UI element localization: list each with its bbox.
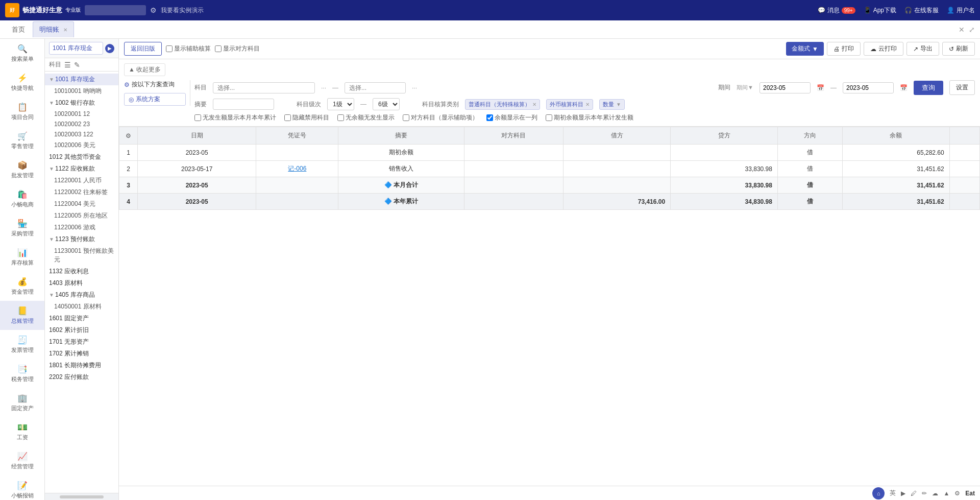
sidebar-item-tax[interactable]: 📑 税务管理 — [0, 359, 44, 388]
status-lang-btn[interactable]: 英 — [890, 489, 896, 497]
return-old-btn[interactable]: 返回旧版 — [124, 42, 162, 56]
level-end-select[interactable]: 6级5级4级 — [373, 98, 400, 110]
status-up-btn[interactable]: ▲ — [943, 490, 949, 497]
tab-close-icon[interactable]: ✕ — [63, 27, 67, 33]
show-aux-checkbox[interactable] — [166, 45, 173, 52]
print-btn[interactable]: 🖨 打印 — [827, 42, 861, 56]
tree-item-1601[interactable]: 1601 固定资产 — [45, 313, 118, 324]
cb-no-balance[interactable]: 无余额无发生显示 — [337, 113, 395, 122]
date-icon-2[interactable]: 📅 — [900, 84, 908, 91]
cloud-print-btn[interactable]: ☁ 云打印 — [864, 42, 903, 56]
subject-input-2[interactable] — [345, 82, 406, 93]
tree-item-1123[interactable]: ▼ 1123 预付账款 — [45, 233, 118, 245]
tree-item-1132[interactable]: 1132 应收利息 — [45, 266, 118, 277]
tab-maximize[interactable]: ⤢ — [969, 26, 975, 34]
sidebar-item-capital[interactable]: 💰 资金管理 — [0, 272, 44, 301]
tree-item-1403[interactable]: 1403 原材料 — [45, 277, 118, 289]
status-edit-btn[interactable]: ✏ — [922, 490, 927, 497]
cb-hide-disabled-input[interactable] — [284, 114, 291, 121]
status-cloud-btn[interactable]: ☁ — [932, 490, 938, 497]
tree-item-1002[interactable]: ▼ 1002 银行存款 — [45, 97, 118, 109]
cb-opposite-input[interactable] — [403, 114, 409, 121]
cb-hide-disabled[interactable]: 隐藏禁用科目 — [284, 113, 329, 122]
status-arrow-btn[interactable]: ▶ — [901, 490, 905, 497]
tree-item-1405[interactable]: ▼ 1405 库存商品 — [45, 289, 118, 301]
edit-icon[interactable]: ✎ — [74, 61, 80, 69]
top-search-input[interactable] — [85, 5, 146, 15]
format-dropdown-btn[interactable]: 金额式 ▼ — [786, 42, 824, 56]
tree-item-1701[interactable]: 1701 无形资产 — [45, 336, 118, 348]
sidebar-item-salary[interactable]: 💵 工资 — [0, 417, 44, 446]
tag-foreign-close[interactable]: ✕ — [585, 102, 590, 107]
sidebar-item-retail[interactable]: 🛒 零售管理 — [0, 126, 44, 155]
tree-item-1012[interactable]: 1012 其他货币资金 — [45, 151, 118, 163]
tree-item-1602[interactable]: 1602 累计折旧 — [45, 324, 118, 336]
cb-no-occurrence[interactable]: 无发生额显示本月本年累计 — [194, 113, 276, 122]
sidebar-item-sales-report[interactable]: 📝 小畅报销 — [0, 475, 44, 500]
account-tree-body[interactable]: ▼ 1001 库存现金 10010001 哟哟哟 ▼ 1002 银行存款 100… — [45, 72, 118, 493]
query-btn[interactable]: 查询 — [914, 81, 943, 95]
sidebar-item-contract[interactable]: 📋 项目合同 — [0, 97, 44, 126]
tree-item-10020003[interactable]: 10020003 122 — [45, 129, 118, 139]
tree-item-11220006[interactable]: 11220006 游戏 — [45, 222, 118, 233]
sidebar-item-ledger[interactable]: 📒 总账管理 — [0, 301, 44, 330]
tag-foreign[interactable]: 外币核算科目 ✕ — [546, 99, 593, 110]
show-opposite-checkbox-label[interactable]: 显示对方科目 — [215, 44, 260, 53]
tree-item-11220001[interactable]: 11220001 人民币 — [45, 175, 118, 186]
tree-item-1801[interactable]: 1801 长期待摊费用 — [45, 360, 118, 371]
tree-item-11230001[interactable]: 11230001 预付账款美元 — [45, 245, 118, 266]
cb-balance-row-input[interactable] — [486, 114, 493, 121]
cb-balance-row[interactable]: 余额显示在一列 — [486, 113, 537, 122]
account-nav-btn[interactable]: ▶ — [105, 44, 114, 53]
demo-label[interactable]: 我要看实例演示 — [161, 6, 204, 15]
voucher-link[interactable]: 记-006 — [288, 165, 306, 172]
tree-scrollbar[interactable] — [45, 493, 118, 500]
sidebar-item-assets[interactable]: 🏢 固定资产 — [0, 388, 44, 417]
data-table-container[interactable]: ⚙ 日期 凭证号 摘要 对方科目 借方 贷方 方向 余额 — [119, 127, 980, 486]
period-end-input[interactable] — [843, 82, 894, 93]
app-download-btn[interactable]: 📱 App下载 — [864, 6, 896, 15]
tree-item-1122[interactable]: ▼ 1122 应收账款 — [45, 163, 118, 175]
setting-btn[interactable]: 设置 — [949, 80, 975, 95]
level-start-select[interactable]: 1级2级3级 — [327, 98, 354, 110]
show-opposite-checkbox[interactable] — [215, 45, 222, 52]
tree-item-1702[interactable]: 1702 累计摊销 — [45, 348, 118, 360]
online-service-btn[interactable]: 🎧 在线客服 — [904, 6, 939, 15]
sidebar-item-purchase[interactable]: 🏪 采购管理 — [0, 213, 44, 243]
tree-item-11220005[interactable]: 11220005 所在地区 — [45, 210, 118, 222]
period-start-input[interactable] — [760, 82, 811, 93]
tree-item-10020006[interactable]: 10020006 美元 — [45, 139, 118, 151]
settings-icon[interactable]: ⚙ — [150, 6, 157, 14]
tag-normal[interactable]: 普通科目（无特殊核算） ✕ — [465, 99, 540, 110]
show-aux-checkbox-label[interactable]: 显示辅助核算 — [166, 44, 211, 53]
tree-item-10020002[interactable]: 10020002 23 — [45, 119, 118, 129]
tab-close-window[interactable]: ✕ — [959, 26, 965, 34]
sidebar-item-quicknav[interactable]: ⚡ 快捷导航 — [0, 68, 44, 97]
cb-opening[interactable]: 期初余额显示本年累计发生额 — [546, 113, 633, 122]
sidebar-item-ops[interactable]: 📈 经营管理 — [0, 446, 44, 475]
cb-no-balance-input[interactable] — [337, 114, 344, 121]
export-btn[interactable]: ↗ 导出 — [906, 42, 939, 56]
date-icon-1[interactable]: 📅 — [817, 84, 824, 91]
th-gear[interactable]: ⚙ — [119, 127, 138, 145]
user-avatar[interactable]: 👤 用户名 — [947, 6, 975, 15]
cb-no-occurrence-input[interactable] — [194, 114, 201, 121]
tree-item-11220002[interactable]: 11220002 往来标签 — [45, 186, 118, 198]
message-btn[interactable]: 💬 消息 99+ — [818, 6, 855, 15]
collapse-btn[interactable]: ▲ 收起更多 — [124, 63, 165, 76]
tag-quantity[interactable]: 数量 ▼ — [599, 99, 625, 110]
tree-item-10010001[interactable]: 10010001 哟哟哟 — [45, 85, 118, 97]
refresh-btn[interactable]: ↺ 刷新 — [942, 42, 975, 56]
tag-normal-close[interactable]: ✕ — [532, 102, 536, 107]
sidebar-item-ecommerce[interactable]: 🛍️ 小畅电商 — [0, 184, 44, 213]
account-selected[interactable]: 1001 库存现金 — [49, 42, 103, 55]
system-scheme-btn[interactable]: ◎ 系统方案 — [124, 93, 186, 106]
cb-opening-input[interactable] — [546, 114, 552, 121]
status-home-btn[interactable]: ⌂ — [872, 487, 885, 499]
status-settings-btn[interactable]: ⚙ — [954, 490, 960, 497]
tab-detail[interactable]: 明细账 ✕ — [33, 21, 74, 37]
tab-home[interactable]: 首页 — [5, 21, 32, 37]
sidebar-item-search[interactable]: 🔍 搜索菜单 — [0, 39, 44, 68]
sidebar-item-invoice[interactable]: 🧾 发票管理 — [0, 330, 44, 359]
tree-item-11220004[interactable]: 11220004 美元 — [45, 198, 118, 210]
